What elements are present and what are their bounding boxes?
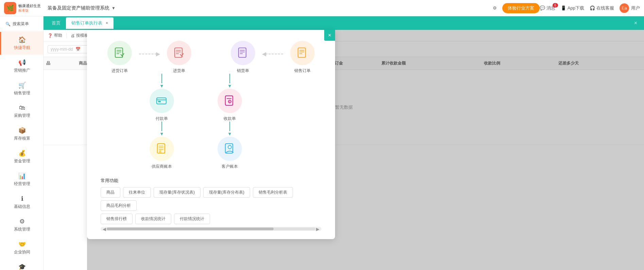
help-button[interactable]: ❓ 帮助 — [48, 33, 62, 38]
sidebar-item-system[interactable]: ⚙ 系统管理 — [0, 214, 43, 236]
payment-order-label: 付款单 — [156, 116, 168, 122]
main-area: 🔍 搜索菜单 🏠 快捷导航 📢 营销推广 🛒 销售管理 🛍 采购管理 — [0, 16, 644, 270]
wf-payment-order[interactable]: 付款单 — [141, 89, 182, 122]
sidebar-item-sales[interactable]: 🛒 销售管理 — [0, 77, 43, 100]
func-btn-stock-status[interactable]: 现存量(库存状况表) — [154, 187, 201, 198]
purchase-icon: 🛍 — [19, 104, 25, 111]
wf-purchase-order[interactable]: 进货订单 — [101, 41, 139, 74]
func-btn-receipt-stats[interactable]: 收款情况统计 — [135, 214, 171, 224]
modal-overlay[interactable]: × 进货订单 — [87, 30, 644, 270]
sidebar-item-cooperation[interactable]: 🤝 企业协同 — [0, 236, 43, 259]
scroll-track — [107, 228, 315, 230]
sidebar-search: 🔍 搜索菜单 — [0, 16, 43, 32]
wf-supplier-ledger[interactable]: 账 供应商账本 — [141, 137, 182, 169]
tab-sales-order[interactable]: 销售订单执行表 × — [66, 17, 114, 29]
svg-rect-8 — [239, 48, 246, 57]
system-icon: ⚙ — [19, 218, 25, 225]
modal-box: × 进货订单 — [87, 30, 335, 239]
svg-rect-16 — [157, 98, 166, 104]
purchase-bill-label: 进货单 — [173, 68, 185, 74]
user-menu[interactable]: Ea 用户 — [620, 3, 640, 13]
func-btn-product[interactable]: 商品 — [101, 187, 120, 198]
dropdown-icon[interactable]: ▼ — [111, 6, 116, 11]
func-buttons-row-1: 商品 往来单位 现存量(库存状况表) 现存量(库存分布表) 销售毛利分析表 商品… — [101, 187, 321, 211]
sales-icon: 🛒 — [18, 82, 26, 89]
modal-close-button[interactable]: × — [324, 30, 335, 41]
calendar-icon: 📅 — [75, 47, 81, 52]
func-btn-payment-stats[interactable]: 付款情况统计 — [174, 214, 210, 224]
system-title-text: 装备及固定资产辅助管理系统 — [48, 5, 109, 11]
wf-sales-bill[interactable]: 销货单 — [224, 41, 262, 74]
workflow-diagram: 进货订单 ▶ 进 — [101, 41, 321, 169]
customer-ledger-circle — [217, 137, 242, 161]
message-icon: 💬 — [540, 5, 545, 11]
content-area-close[interactable]: × — [630, 19, 641, 28]
func-btn-sales-rank[interactable]: 销售排行榜 — [101, 214, 133, 224]
workflow-row-3: 付款单 ¥ 收款单 — [101, 89, 321, 122]
date-input[interactable]: yyyy-mm-dd 📅 — [48, 45, 88, 53]
scroll-left-arrow[interactable]: ◀ — [102, 227, 107, 232]
sidebar-item-finance[interactable]: 💰 资金管理 — [0, 145, 43, 168]
tab-home[interactable]: 首页 — [46, 17, 66, 29]
download-icon: 📱 — [561, 5, 566, 11]
arrow-down-receipt: ▼ — [209, 122, 250, 137]
sidebar-item-purchase[interactable]: 🛍 采购管理 — [0, 100, 43, 123]
sidebar-item-newcomer[interactable]: 🎓 新手引导 — [0, 259, 43, 270]
trial-button[interactable]: 体验行业方案 — [502, 3, 540, 13]
message-badge: 6 — [553, 3, 558, 7]
func-btn-stock-dist[interactable]: 现存量(库存分布表) — [203, 187, 250, 198]
supplier-ledger-label: 供应商账本 — [152, 164, 172, 169]
func-btn-product-margin[interactable]: 商品毛利分析 — [101, 200, 137, 211]
newcomer-icon: 🎓 — [18, 263, 26, 270]
toolbar-sep-1 — [66, 33, 67, 38]
search-icon: 🔍 — [5, 22, 11, 26]
wf-sales-order[interactable]: 销售订单 — [283, 41, 321, 74]
tab-bar: 首页 销售订单执行表 × × — [43, 16, 644, 30]
scroll-right-arrow[interactable]: ▶ — [315, 227, 320, 232]
search-menu-button[interactable]: 🔍 搜索菜单 — [3, 19, 40, 29]
sales-bill-label: 销货单 — [237, 68, 249, 74]
purchase-order-circle — [107, 41, 132, 65]
settings-icon[interactable]: ⚙ — [490, 3, 500, 13]
svg-text:账: 账 — [159, 150, 162, 153]
func-btn-partner[interactable]: 往来单位 — [123, 187, 151, 198]
func-buttons-row-2: 销售排行榜 收款情况统计 付款情况统计 — [101, 214, 321, 224]
app-container: 🌿 畅康通好生意 标准版 装备及固定资产辅助管理系统 ▼ ⚙ 体验行业方案 💬 … — [0, 0, 644, 270]
wf-purchase-bill[interactable]: 进货单 — [160, 41, 198, 74]
online-service-button[interactable]: 🎧 在线客服 — [590, 5, 614, 11]
modal-scrollbar[interactable]: ◀ ▶ — [101, 227, 321, 231]
message-button[interactable]: 💬 消息 6 — [540, 5, 555, 11]
purchase-order-label: 进货订单 — [111, 68, 128, 74]
sidebar-item-marketing[interactable]: 📢 营销推广 — [0, 55, 43, 77]
customer-ledger-label: 客户账本 — [222, 164, 238, 169]
service-icon: 🎧 — [590, 5, 595, 11]
app-download-button[interactable]: 📱 App下载 — [561, 5, 584, 11]
purchase-bill-circle — [167, 41, 191, 65]
sidebar-item-quick-guide[interactable]: 🏠 快捷导航 — [0, 32, 43, 55]
receipt-order-circle: ¥ — [217, 89, 242, 113]
workflow-row-5: 账 供应商账本 客户账本 — [101, 137, 321, 169]
inventory-icon: 📦 — [18, 127, 26, 134]
common-func-title: 常用功能 — [101, 178, 321, 184]
sidebar-item-basic-info[interactable]: ℹ 基础信息 — [0, 191, 43, 214]
sidebar: 🔍 搜索菜单 🏠 快捷导航 📢 营销推广 🛒 销售管理 🛍 采购管理 — [0, 16, 43, 270]
cooperation-icon: 🤝 — [18, 240, 26, 248]
svg-rect-18 — [158, 101, 161, 102]
supplier-ledger-circle: 账 — [150, 137, 174, 161]
help-icon: ❓ — [48, 33, 53, 38]
sidebar-item-inventory[interactable]: 📦 库存核算 — [0, 123, 43, 145]
sidebar-item-operations[interactable]: 📊 经营管理 — [0, 168, 43, 191]
receipt-order-label: 收款单 — [224, 116, 236, 122]
wf-receipt-order[interactable]: ¥ 收款单 — [209, 89, 250, 122]
content-area: 首页 销售订单执行表 × × ❓ 帮助 🖨 按模板打印 ▼ — [43, 16, 644, 270]
quick-guide-icon: 🏠 — [18, 36, 26, 43]
workflow-row-2: ▼ ▼ — [101, 74, 321, 89]
svg-text:¥: ¥ — [229, 101, 230, 103]
arrow-1: ▶ — [139, 51, 160, 57]
arrow-2: ◀ — [262, 51, 283, 57]
marketing-icon: 📢 — [18, 59, 26, 66]
func-btn-sales-analysis[interactable]: 销售毛利分析表 — [253, 187, 293, 198]
common-functions: 常用功能 商品 往来单位 现存量(库存状况表) 现存量(库存分布表) 销售毛利分… — [101, 178, 321, 224]
tab-close-icon[interactable]: × — [106, 20, 108, 25]
wf-customer-ledger[interactable]: 客户账本 — [209, 137, 250, 169]
